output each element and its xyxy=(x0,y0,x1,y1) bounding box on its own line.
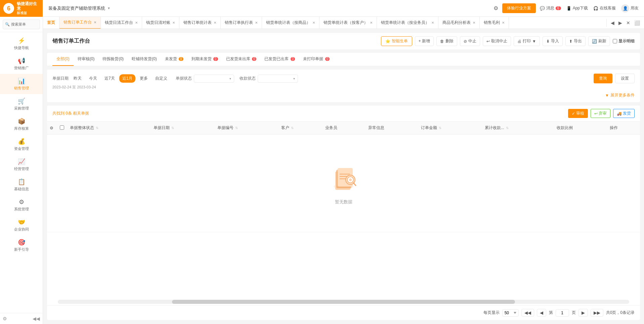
export-button[interactable]: ⬆ 导出 xyxy=(565,36,586,46)
sub-tab-not-printed[interactable]: 未打印单据 0 xyxy=(299,53,334,66)
review-button[interactable]: ✓ 审核 xyxy=(568,109,588,118)
svg-line-9 xyxy=(353,183,356,186)
stop-button[interactable]: ⊘ 中止 xyxy=(460,36,480,46)
query-button[interactable]: 查询 xyxy=(594,74,612,83)
message-button[interactable]: 💬 消息 6 xyxy=(540,5,561,11)
add-button[interactable]: + 新增 xyxy=(415,36,434,46)
tab-close-cash-daily[interactable]: ✕ xyxy=(135,21,138,25)
gear-icon: ⚙ xyxy=(50,126,53,130)
sidebar-item-basic-info[interactable]: 📋 基础信息 xyxy=(0,175,43,195)
table-wrapper: ⚙ 单据整体状态 ⇅ 单据日期 ⇅ xyxy=(47,122,640,298)
sidebar-item-inventory[interactable]: 📦 库存核算 xyxy=(0,114,43,134)
delete-button[interactable]: 🗑 删除 xyxy=(436,36,457,46)
sidebar-item-operations[interactable]: 📈 经营管理 xyxy=(0,155,43,175)
prev-page-button[interactable]: ◀ xyxy=(537,309,546,317)
print-button[interactable]: 🖨 打印 ▼ xyxy=(514,36,540,46)
sidebar-item-enterprise[interactable]: 🤝 企业协同 xyxy=(0,215,43,235)
solution-button[interactable]: 体验行业方案 xyxy=(502,3,536,13)
date-btn-7days[interactable]: 近7天 xyxy=(101,74,118,83)
sidebar-item-sales[interactable]: 📊 销售管理 xyxy=(0,74,43,94)
filter-settings-button[interactable]: 设置 xyxy=(615,74,635,83)
search-menu-button[interactable]: 🔍 搜索菜单 xyxy=(3,19,40,29)
next-page-button[interactable]: ▶ xyxy=(578,309,588,317)
operations-icon: 📈 xyxy=(18,158,25,165)
show-details-checkbox[interactable] xyxy=(613,39,617,43)
settings-footer-button[interactable]: ⚙ xyxy=(3,316,7,321)
tab-sales-stats-staff[interactable]: 销货单统计表（按业务员） ✕ xyxy=(377,17,438,29)
tab-close-sales-order-workbench[interactable]: ✕ xyxy=(94,21,96,24)
last-page-button[interactable]: ▶▶ xyxy=(591,309,603,317)
tab-sales-profit[interactable]: 销售毛利 ✕ xyxy=(480,17,509,29)
tab-close-all-button[interactable]: ✕ xyxy=(625,19,632,27)
sub-tab-pending-review[interactable]: 待审核(0) xyxy=(74,53,99,66)
tab-sales-order-stats[interactable]: 销售订单统计表 ✕ xyxy=(179,17,221,29)
import-button[interactable]: ⬇ 导入 xyxy=(543,36,563,46)
table-area: 共找到 0条 相关单据 ✓ 审核 ↩ 弃审 🚚 发货 xyxy=(47,106,640,320)
sort-icon-received: ⇅ xyxy=(506,126,509,130)
cancel-review-button[interactable]: ↩ 弃审 xyxy=(591,109,610,118)
select-all-checkbox[interactable] xyxy=(60,125,64,130)
app-download-button[interactable]: 📱 App下载 xyxy=(566,5,588,11)
ship-button[interactable]: 🚚 发货 xyxy=(613,109,635,118)
date-range-display: 2023-02-24 至 2023-03-24 xyxy=(52,85,635,90)
tab-close-sales-order-exec[interactable]: ✕ xyxy=(255,21,258,25)
refresh-button[interactable]: 🔄 刷新 xyxy=(588,36,610,46)
expand-filter-button[interactable]: ▼ 展开更多条件 xyxy=(605,92,635,98)
sub-tab-not-shipped[interactable]: 未发货 0 xyxy=(161,53,187,66)
quick-nav-icon: ⚡ xyxy=(18,37,25,44)
tab-cash-daily-workbench[interactable]: 钱货日清工作台 ✕ xyxy=(101,17,142,29)
status-select[interactable] xyxy=(194,75,234,83)
sub-tab-all[interactable]: 全部(0) xyxy=(52,53,74,66)
user-menu-button[interactable]: 👤 用友 xyxy=(621,4,639,12)
table-body: 暂无数据 xyxy=(47,134,640,232)
tab-close-sales-profit[interactable]: ✕ xyxy=(502,21,505,25)
tab-sales-order-workbench[interactable]: 销售订单工作台 ✕ xyxy=(59,17,101,29)
date-btn-1month[interactable]: 近1月 xyxy=(119,74,136,83)
collapse-sidebar-button[interactable]: ◀◀ xyxy=(33,316,40,321)
sort-icon-customer: ⇅ xyxy=(291,126,294,130)
sub-tab-wangpu-pending[interactable]: 旺铺待发货(0) xyxy=(128,53,161,66)
search-icon: 🔍 xyxy=(5,22,10,27)
cancel-stop-button[interactable]: ↩ 取消中止 xyxy=(483,36,511,46)
sub-tab-shipped-warehoused[interactable]: 已发货已出库 0 xyxy=(260,53,299,66)
online-service-button[interactable]: 🎧 在线客服 xyxy=(593,5,616,11)
tab-cash-reconcile[interactable]: 钱货日清对账 ✕ xyxy=(142,17,179,29)
tab-close-sales-stats-staff[interactable]: ✕ xyxy=(431,21,434,25)
tab-close-sales-stats-product[interactable]: ✕ xyxy=(312,21,315,25)
tab-sales-stats-customer[interactable]: 销货单统计表（按客户） ✕ xyxy=(319,17,377,29)
sub-tab-pending-check[interactable]: 待拣验货(0) xyxy=(98,53,128,66)
first-page-button[interactable]: ◀◀ xyxy=(521,309,534,317)
tab-sales-order-exec[interactable]: 销售订单执行表 ✕ xyxy=(221,17,262,29)
tab-sales-stats-product[interactable]: 销货单统计表（按商品） ✕ xyxy=(262,17,319,29)
date-btn-more[interactable]: 更多 xyxy=(137,74,151,83)
tab-next-button[interactable]: ▶ xyxy=(617,19,624,27)
sidebar-item-guide[interactable]: 🎯 新手引导 xyxy=(0,235,43,255)
tab-maximize-button[interactable]: ⬜ xyxy=(633,19,641,27)
tab-close-cash-reconcile[interactable]: ✕ xyxy=(172,21,175,25)
smart-generate-button[interactable]: ⭐ 智能生单 xyxy=(381,36,412,46)
tab-close-gross-margin[interactable]: ✕ xyxy=(473,21,475,25)
date-btn-custom[interactable]: 自定义 xyxy=(152,74,170,83)
tab-home[interactable]: 首页 xyxy=(43,17,59,29)
date-btn-today[interactable]: 今天 xyxy=(86,74,100,83)
tab-close-sales-stats-customer[interactable]: ✕ xyxy=(370,21,373,25)
page-number-input[interactable] xyxy=(556,309,569,317)
col-ops: 操作 xyxy=(607,122,640,134)
sub-tab-overdue-not-shipped[interactable]: 到期未发货 0 xyxy=(187,53,222,66)
sub-tab-shipped-not-warehoused[interactable]: 已发货未出库 0 xyxy=(222,53,261,66)
sidebar-item-marketing[interactable]: 📢 营销推广 xyxy=(0,54,43,74)
show-details-checkbox-label[interactable]: 显示明细 xyxy=(613,38,635,44)
scrollbar-thumb[interactable] xyxy=(172,300,515,304)
sidebar-item-quick-nav[interactable]: ⚡ 快捷导航 xyxy=(0,34,43,54)
tab-close-sales-order-stats[interactable]: ✕ xyxy=(214,21,216,25)
topbar-settings-button[interactable]: ⚙ xyxy=(493,5,498,11)
payment-select[interactable] xyxy=(258,75,298,83)
sidebar-item-purchase[interactable]: 🛒 采购管理 xyxy=(0,94,43,114)
tab-prev-button[interactable]: ◀ xyxy=(609,19,616,27)
sidebar-item-system[interactable]: ⚙ 系统管理 xyxy=(0,195,43,215)
sidebar-item-finance[interactable]: 💰 资金管理 xyxy=(0,134,43,155)
page-size-select[interactable]: 10 20 50 100 xyxy=(502,309,519,317)
tab-gross-margin[interactable]: 商品毛利分析表 ✕ xyxy=(438,17,480,29)
sort-icon-date: ⇅ xyxy=(171,126,174,130)
date-btn-yesterday[interactable]: 昨天 xyxy=(71,74,85,83)
